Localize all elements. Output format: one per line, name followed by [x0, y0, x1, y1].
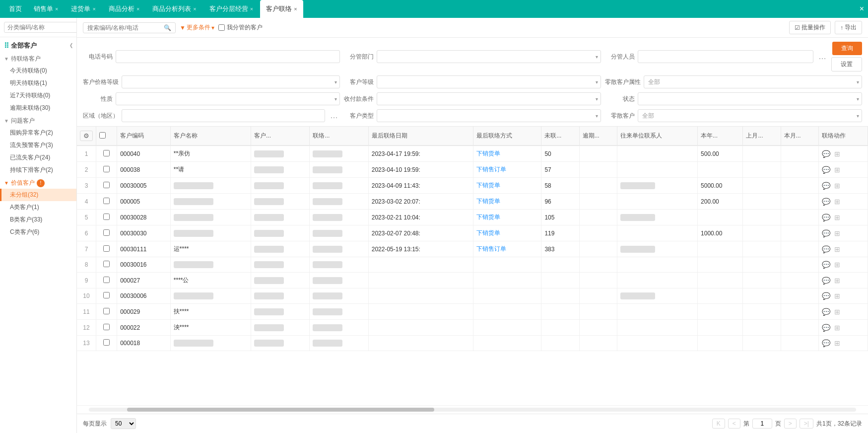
payment-select[interactable] — [377, 92, 601, 105]
sidebar-item-class-a[interactable]: A类客户(1) — [0, 201, 76, 214]
area-input[interactable] — [122, 109, 325, 122]
row-checkbox[interactable] — [96, 257, 117, 273]
status-select[interactable] — [638, 92, 862, 105]
select-all-checkbox[interactable] — [99, 132, 106, 139]
row-checkbox[interactable] — [96, 194, 117, 210]
tab-sales[interactable]: 销售单 × — [28, 0, 64, 18]
sidebar-item-today-pending[interactable]: 今天待联络(0) — [0, 65, 76, 77]
sidebar-item-class-c[interactable]: C类客户(6) — [0, 226, 76, 238]
export-button[interactable]: ↑ 导出 — [835, 21, 862, 34]
row-checkbox[interactable] — [96, 241, 117, 257]
sidebar-item-overdue-pending[interactable]: 逾期未联络(30) — [0, 102, 76, 114]
sidebar-item-unclassified[interactable]: 未分组(32) — [0, 189, 76, 201]
tab-product-analysis-list[interactable]: 商品分析列表 × — [146, 0, 202, 18]
search-input[interactable] — [87, 24, 162, 31]
window-close-icon[interactable]: × — [860, 4, 864, 13]
sidebar-group-problem[interactable]: ▼ 问题客户 — [0, 114, 76, 127]
gear-button[interactable]: ⚙ — [80, 131, 93, 141]
row-checkbox[interactable] — [96, 178, 117, 194]
more-conditions-button[interactable]: ▼ 更多条件 ▾ — [180, 23, 214, 32]
batch-ops-button[interactable]: ☑ 批量操作 — [789, 21, 831, 34]
qr-action-icon[interactable]: ⊞ — [834, 182, 840, 190]
horizontal-scrollbar[interactable] — [77, 405, 868, 414]
dept-select[interactable] — [377, 50, 601, 63]
next-page-button[interactable]: > — [784, 419, 797, 429]
price-level-select[interactable] — [122, 75, 340, 88]
category-search-input[interactable] — [4, 22, 77, 33]
collapse-icon[interactable]: 《 — [67, 42, 72, 50]
message-action-icon[interactable]: 💬 — [822, 229, 830, 237]
all-customers-section[interactable]: ⠿ 全部客户 《 — [0, 37, 76, 52]
close-icon[interactable]: × — [92, 6, 95, 12]
qr-action-icon[interactable]: ⊞ — [834, 308, 840, 316]
message-action-icon[interactable]: 💬 — [822, 277, 830, 285]
first-page-button[interactable]: K — [712, 419, 725, 429]
row-checkbox[interactable] — [96, 289, 117, 304]
phone-input[interactable] — [116, 50, 340, 63]
person-input[interactable] — [638, 50, 813, 63]
row-checkbox[interactable] — [96, 162, 117, 178]
page-number-input[interactable] — [752, 419, 772, 429]
message-action-icon[interactable]: 💬 — [822, 214, 830, 221]
message-action-icon[interactable]: 💬 — [822, 339, 830, 347]
close-icon[interactable]: × — [193, 6, 196, 12]
qr-action-icon[interactable]: ⊞ — [834, 277, 840, 285]
message-action-icon[interactable]: 💬 — [822, 245, 830, 253]
row-checkbox[interactable] — [96, 210, 117, 225]
area-more-btn[interactable]: … — [328, 111, 340, 120]
close-icon[interactable]: × — [55, 6, 58, 12]
search-icon[interactable]: 🔍 — [164, 24, 171, 31]
tab-customer-contact[interactable]: 客户联络 × — [260, 0, 303, 18]
close-icon[interactable]: × — [250, 6, 253, 12]
qr-action-icon[interactable]: ⊞ — [834, 214, 840, 221]
qr-action-icon[interactable]: ⊞ — [834, 198, 840, 206]
page-size-select[interactable]: 50 100 200 — [111, 418, 136, 429]
sidebar-item-tomorrow-pending[interactable]: 明天待联络(1) — [0, 77, 76, 89]
message-action-icon[interactable]: 💬 — [822, 261, 830, 269]
my-customers-check[interactable] — [218, 24, 225, 31]
close-icon[interactable]: × — [136, 6, 139, 12]
qr-action-icon[interactable]: ⊞ — [834, 292, 840, 300]
message-action-icon[interactable]: 💬 — [822, 324, 830, 332]
sidebar-item-7days-pending[interactable]: 近7天待联络(0) — [0, 89, 76, 102]
message-action-icon[interactable]: 💬 — [822, 166, 830, 174]
qr-action-icon[interactable]: ⊞ — [834, 261, 840, 269]
qr-action-icon[interactable]: ⊞ — [834, 150, 840, 158]
more-btn[interactable]: … — [816, 52, 828, 61]
retail-customer-select[interactable]: 全部 — [638, 109, 862, 122]
qr-action-icon[interactable]: ⊞ — [834, 339, 840, 347]
sidebar-group-value[interactable]: ▼ 价值客户 ! — [0, 176, 76, 189]
sidebar-item-class-b[interactable]: B类客户(33) — [0, 214, 76, 226]
tab-purchase[interactable]: 进货单 × — [65, 0, 101, 18]
message-action-icon[interactable]: 💬 — [822, 150, 830, 158]
message-action-icon[interactable]: 💬 — [822, 198, 830, 206]
qr-action-icon[interactable]: ⊞ — [834, 229, 840, 237]
sidebar-group-pending[interactable]: ▼ 待联络客户 — [0, 52, 76, 65]
message-action-icon[interactable]: 💬 — [822, 292, 830, 300]
sidebar-item-churn-warning[interactable]: 流失预警客户(3) — [0, 139, 76, 151]
qr-action-icon[interactable]: ⊞ — [834, 166, 840, 174]
last-page-button[interactable]: >| — [800, 419, 813, 429]
qr-action-icon[interactable]: ⊞ — [834, 324, 840, 332]
reset-btn[interactable]: 设置 — [831, 57, 862, 72]
row-checkbox[interactable] — [96, 225, 117, 241]
row-checkbox[interactable] — [96, 273, 117, 289]
retail-attr-select[interactable]: 全部 — [644, 75, 862, 88]
tab-product-analysis[interactable]: 商品分析 × — [103, 0, 145, 18]
message-action-icon[interactable]: 💬 — [822, 308, 830, 316]
row-checkbox[interactable] — [96, 145, 117, 162]
row-checkbox[interactable] — [96, 336, 117, 351]
sidebar-item-churned[interactable]: 已流失客户(24) — [0, 151, 76, 164]
sidebar-item-abnormal-purchase[interactable]: 囤购异常客户(2) — [0, 127, 76, 139]
message-action-icon[interactable]: 💬 — [822, 182, 830, 190]
my-customers-checkbox[interactable]: 我分管的客户 — [218, 23, 263, 32]
close-icon[interactable]: × — [294, 6, 297, 12]
prev-page-button[interactable]: < — [728, 419, 740, 429]
gender-select[interactable] — [116, 92, 340, 105]
customer-type-select[interactable] — [377, 109, 601, 122]
row-checkbox[interactable] — [96, 320, 117, 336]
qr-action-icon[interactable]: ⊞ — [834, 245, 840, 253]
sidebar-item-declining[interactable]: 持续下滑客户(2) — [0, 164, 76, 176]
row-checkbox[interactable] — [96, 304, 117, 320]
customer-level-select[interactable] — [377, 75, 601, 88]
